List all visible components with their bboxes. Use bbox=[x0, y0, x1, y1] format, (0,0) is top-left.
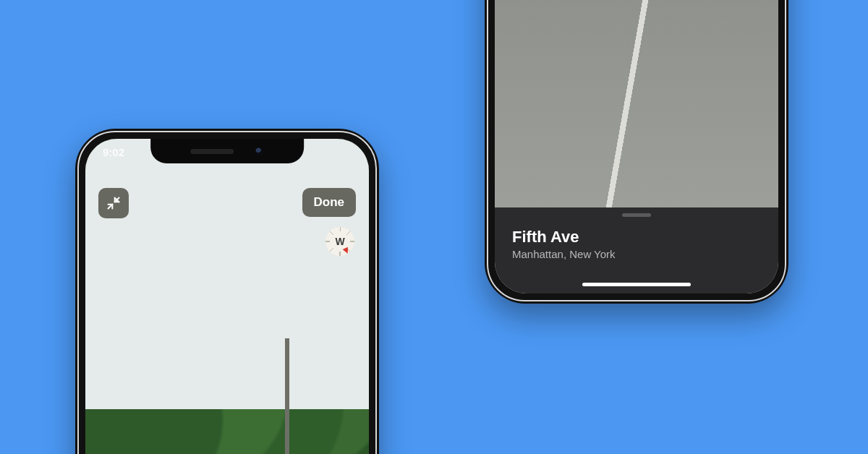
phone-frame-right: th St Fifth Ave Manhattan, New York bbox=[485, 0, 788, 304]
status-bar-time: 9:02 bbox=[103, 146, 124, 158]
phone-notch bbox=[150, 139, 304, 163]
phone-screen-left[interactable]: 9:02 Done W th St bbox=[85, 139, 369, 454]
location-sheet[interactable]: Fifth Ave Manhattan, New York bbox=[495, 207, 778, 294]
done-button[interactable]: Done bbox=[302, 188, 357, 217]
speaker-grille bbox=[190, 149, 234, 154]
compass-control[interactable]: W bbox=[326, 227, 354, 256]
front-camera bbox=[255, 147, 263, 155]
look-around-scene[interactable] bbox=[85, 139, 369, 454]
home-indicator[interactable] bbox=[582, 283, 691, 286]
lamp-post bbox=[285, 338, 289, 454]
minimize-button[interactable] bbox=[98, 188, 129, 218]
phone-screen-right[interactable]: th St Fifth Ave Manhattan, New York bbox=[495, 0, 778, 294]
location-subtitle: Manhattan, New York bbox=[512, 248, 761, 260]
location-title: Fifth Ave bbox=[512, 228, 761, 247]
minimize-icon bbox=[106, 196, 121, 210]
sheet-grabber[interactable] bbox=[622, 213, 651, 217]
phone-frame-left: 9:02 Done W th St bbox=[75, 129, 379, 454]
